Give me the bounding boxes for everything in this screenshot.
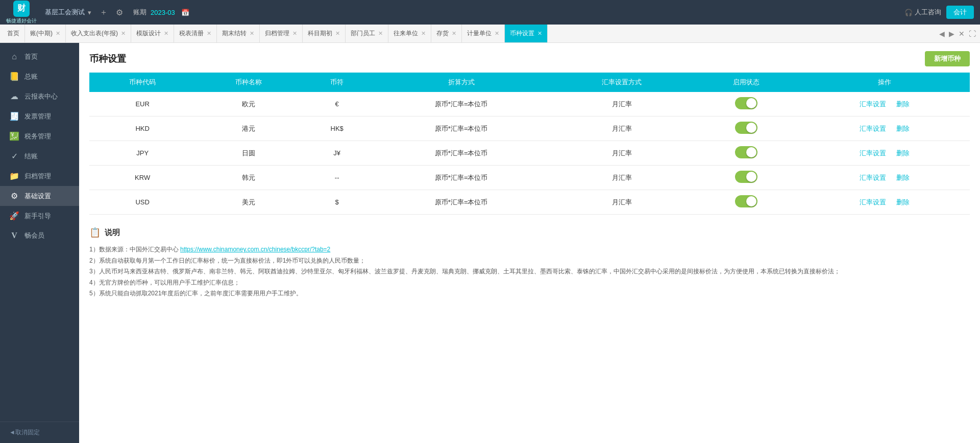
- tab-zhangqi[interactable]: 账(中期) ✕: [25, 25, 66, 43]
- sidebar: ⌂ 首页 📒 总账 ☁ 云报表中心 🧾 发票管理 💹 税务管理 ✓ 结账 📁 归…: [0, 43, 79, 443]
- close-icon[interactable]: ✕: [56, 30, 60, 37]
- archive-icon: 📁: [9, 171, 19, 181]
- sidebar-item-label: 归档管理: [24, 172, 51, 181]
- sidebar-item-reports[interactable]: ☁ 云报表中心: [0, 86, 79, 106]
- note-item: 3）人民币对马来西亚林吉特、俄罗斯卢布、南非兰特、韩元、阿联酋迪拉姆、沙特里亚尔…: [89, 266, 970, 277]
- table-row: USD 美元 $ 原币*汇率=本位币 月汇率 汇率设置 删除: [89, 190, 970, 215]
- logo-area[interactable]: 财 畅捷通好会计: [6, 1, 37, 25]
- rate-setting-link[interactable]: 汇率设置: [860, 100, 886, 108]
- delete-link[interactable]: 删除: [896, 100, 910, 108]
- tab-bar: 首页 账(中期) ✕ 收入支出表(年报) ✕ 模版设计 ✕ 税表清册 ✕ 期末结…: [0, 25, 980, 43]
- sidebar-item-tax[interactable]: 💹 税务管理: [0, 126, 79, 146]
- help-button[interactable]: 🎧 人工咨询: [904, 8, 941, 17]
- top-header: 财 畅捷通好会计 基层工会测试 ▾ ＋ ⚙ 账期 2023-03 📅 🎧 人工咨…: [0, 0, 980, 25]
- sidebar-item-guide[interactable]: 🚀 新手引导: [0, 206, 79, 226]
- cell-name: 韩元: [195, 166, 302, 190]
- sidebar-item-settle[interactable]: ✓ 结账: [0, 146, 79, 166]
- tab-expand-button[interactable]: ⛶: [967, 30, 978, 38]
- close-icon[interactable]: ✕: [292, 30, 297, 37]
- cell-status[interactable]: [693, 141, 799, 166]
- close-icon[interactable]: ✕: [378, 30, 383, 37]
- delete-link[interactable]: 删除: [896, 198, 910, 206]
- sidebar-item-home[interactable]: ⌂ 首页: [0, 47, 79, 66]
- sidebar-item-ledger[interactable]: 📒 总账: [0, 66, 79, 86]
- calendar-icon[interactable]: 📅: [181, 9, 189, 16]
- tab-close-all-button[interactable]: ✕: [957, 30, 967, 38]
- cell-name: 美元: [195, 190, 302, 215]
- cell-status[interactable]: [693, 190, 799, 215]
- tab-dept[interactable]: 部门员工 ✕: [346, 25, 388, 43]
- tab-currency[interactable]: 币种设置 ✕: [505, 25, 548, 43]
- content-area: 币种设置 新增币种 币种代码 币种名称 币符 折算方式 汇率设置方式 启用状态 …: [79, 43, 980, 443]
- tab-archive[interactable]: 归档管理 ✕: [260, 25, 303, 43]
- sidebar-item-member[interactable]: V 畅会员: [0, 226, 79, 245]
- ledger-icon: 📒: [9, 72, 19, 81]
- settings-icon-button[interactable]: ⚙: [114, 6, 125, 19]
- close-icon[interactable]: ✕: [250, 30, 254, 37]
- cell-symbol: HK$: [302, 116, 372, 141]
- toggle-switch[interactable]: [735, 146, 757, 158]
- tab-home[interactable]: 首页: [2, 25, 25, 43]
- toggle-switch[interactable]: [735, 97, 757, 109]
- cell-code: KRW: [89, 166, 195, 190]
- pin-label: ◄取消固定: [9, 428, 40, 437]
- notes-link[interactable]: https://www.chinamoney.com.cn/chinese/bk…: [180, 246, 330, 253]
- col-header-rate-type: 汇率设置方式: [551, 73, 694, 92]
- cell-code: HKD: [89, 116, 195, 141]
- rate-setting-link[interactable]: 汇率设置: [860, 125, 886, 132]
- close-icon[interactable]: ✕: [164, 30, 168, 37]
- rate-setting-link[interactable]: 汇率设置: [860, 198, 886, 206]
- delete-link[interactable]: 删除: [896, 174, 910, 181]
- cell-symbol: $: [302, 190, 372, 215]
- sidebar-item-label: 云报表中心: [24, 92, 58, 101]
- notes-title: 📋 说明: [89, 227, 970, 238]
- close-icon[interactable]: ✕: [452, 30, 456, 37]
- close-icon[interactable]: ✕: [421, 30, 426, 37]
- note-item: 1）数据来源：中国外汇交易中心 https://www.chinamoney.c…: [89, 244, 970, 255]
- tab-prev-button[interactable]: ◀: [937, 30, 947, 38]
- company-selector[interactable]: 基层工会测试 ▾: [45, 8, 91, 17]
- cell-rate-type: 月汇率: [551, 190, 694, 215]
- note-item: 4）无官方牌价的币种，可以用用户手工维护汇率信息；: [89, 277, 970, 289]
- tab-next-button[interactable]: ▶: [947, 30, 957, 38]
- cell-name: 港元: [195, 116, 302, 141]
- app-name: 畅捷通好会计: [6, 17, 37, 25]
- rate-setting-link[interactable]: 汇率设置: [860, 149, 886, 157]
- account-button[interactable]: 会计: [946, 6, 974, 19]
- tab-period-end[interactable]: 期末结转 ✕: [217, 25, 260, 43]
- close-icon[interactable]: ✕: [207, 30, 211, 37]
- period-value: 2023-03: [151, 9, 175, 16]
- tab-subjects[interactable]: 科目期初 ✕: [303, 25, 346, 43]
- sidebar-pin-button[interactable]: ◄取消固定: [0, 422, 79, 443]
- sidebar-item-label: 发票管理: [24, 112, 51, 121]
- toggle-switch[interactable]: [735, 195, 757, 207]
- close-icon[interactable]: ✕: [121, 30, 126, 37]
- tab-tax[interactable]: 税表清册 ✕: [174, 25, 217, 43]
- cell-actions: 汇率设置 删除: [800, 141, 970, 166]
- close-icon[interactable]: ✕: [537, 30, 542, 37]
- cell-status[interactable]: [693, 92, 799, 116]
- cell-rate-type: 月汇率: [551, 166, 694, 190]
- delete-link[interactable]: 删除: [896, 125, 910, 132]
- toggle-switch[interactable]: [735, 122, 757, 134]
- cell-status[interactable]: [693, 166, 799, 190]
- new-currency-button[interactable]: 新增币种: [925, 51, 970, 66]
- cell-status[interactable]: [693, 116, 799, 141]
- note-icon: 📋: [89, 227, 101, 238]
- toggle-switch[interactable]: [735, 171, 757, 183]
- sidebar-item-archive[interactable]: 📁 归档管理: [0, 166, 79, 186]
- table-row: KRW 韩元 -- 原币*汇率=本位币 月汇率 汇率设置 删除: [89, 166, 970, 190]
- sidebar-item-invoice[interactable]: 🧾 发票管理: [0, 106, 79, 126]
- delete-link[interactable]: 删除: [896, 149, 910, 157]
- close-icon[interactable]: ✕: [495, 30, 499, 37]
- sidebar-item-settings[interactable]: ⚙ 基础设置: [0, 186, 79, 206]
- tab-inventory[interactable]: 存货 ✕: [431, 25, 462, 43]
- cell-calc: 原币*汇率=本位币: [372, 141, 551, 166]
- rate-setting-link[interactable]: 汇率设置: [860, 174, 886, 181]
- close-icon[interactable]: ✕: [335, 30, 340, 37]
- add-tab-button[interactable]: ＋: [97, 5, 110, 20]
- tab-template[interactable]: 模版设计 ✕: [131, 25, 174, 43]
- tab-income[interactable]: 收入支出表(年报) ✕: [66, 25, 131, 43]
- tab-customers[interactable]: 往来单位 ✕: [388, 25, 431, 43]
- tab-unit[interactable]: 计量单位 ✕: [462, 25, 505, 43]
